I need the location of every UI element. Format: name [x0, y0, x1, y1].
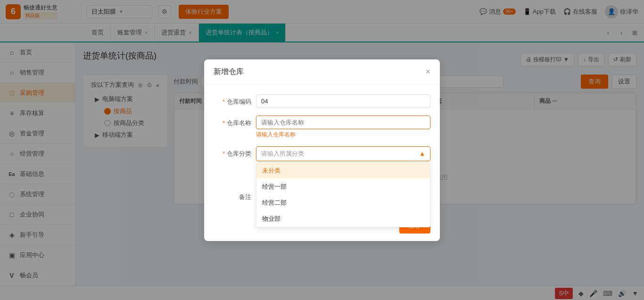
dropdown-option-dept1[interactable]: 经营一部 [256, 179, 430, 195]
remark-label: 备注 [214, 190, 251, 201]
category-input-wrap: 请输入所属分类 ▲ 未分类 经营一部 经营二部 物业部 [256, 146, 430, 161]
dropdown-option-property[interactable]: 物业部 [256, 211, 430, 227]
dropdown-option-unclassified[interactable]: 未分类 [256, 163, 430, 179]
modal-header: 新增仓库 × [204, 59, 440, 85]
category-dropdown[interactable]: 请输入所属分类 ▲ [256, 146, 430, 161]
chevron-up-icon: ▲ [419, 150, 425, 157]
name-input[interactable] [256, 116, 430, 129]
name-label: 仓库名称 [214, 116, 251, 127]
modal-body: 仓库编码 仓库名称 请输入仓库名称 仓库分类 请输入所属分类 [204, 85, 440, 203]
category-placeholder: 请输入所属分类 [261, 150, 304, 158]
category-field-row: 仓库分类 请输入所属分类 ▲ 未分类 经营一部 经营二部 物业部 [214, 146, 430, 161]
name-error-tip: 请输入仓库名称 [256, 131, 430, 139]
code-input[interactable] [256, 94, 430, 108]
name-input-wrap: 请输入仓库名称 [256, 116, 430, 139]
modal-add-warehouse: 新增仓库 × 仓库编码 仓库名称 请输入仓库名称 仓库分 [204, 59, 440, 241]
code-field-row: 仓库编码 [214, 94, 430, 108]
modal-close-button[interactable]: × [425, 67, 430, 77]
modal-overlay: 新增仓库 × 仓库编码 仓库名称 请输入仓库名称 仓库分 [0, 0, 644, 300]
code-label: 仓库编码 [214, 94, 251, 106]
category-dropdown-menu: 未分类 经营一部 经营二部 物业部 [256, 162, 430, 227]
name-field-inner: 仓库名称 请输入仓库名称 [214, 116, 430, 139]
modal-title: 新增仓库 [214, 67, 244, 77]
dropdown-option-dept2[interactable]: 经营二部 [256, 195, 430, 211]
category-label: 仓库分类 [214, 146, 251, 158]
name-field-row: 仓库名称 请输入仓库名称 [214, 116, 430, 139]
